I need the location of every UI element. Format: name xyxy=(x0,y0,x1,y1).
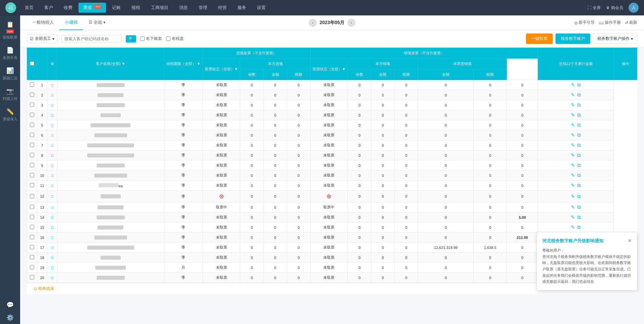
edit-icon[interactable]: ✎ xyxy=(571,163,575,168)
row-checkbox[interactable] xyxy=(30,92,34,97)
sidebar-item-ticket-entry[interactable]: ✏️ 票据录入 xyxy=(1,105,19,124)
row-detail-icon[interactable]: □ xyxy=(51,215,53,220)
th-in-fetch-status[interactable]: 取票状态（全部）▼ xyxy=(203,59,240,80)
nav-settings[interactable]: 设置 xyxy=(252,3,270,13)
row-checkbox[interactable] xyxy=(30,215,34,219)
sidebar-item-ticket-summary[interactable]: 📊 票据汇总 xyxy=(1,64,19,83)
row-detail-icon[interactable]: □ xyxy=(51,183,53,188)
one-click-ticket-btn[interactable]: 一键取票 xyxy=(526,34,553,44)
row-detail-icon[interactable]: □ xyxy=(51,245,53,250)
tax-policy-link[interactable]: ⊙ 税务政策 xyxy=(34,286,54,291)
copy-icon[interactable]: ⧉ xyxy=(577,173,581,178)
tax-digital-account-btn[interactable]: 税务数字账户 xyxy=(555,34,590,44)
nav-home[interactable]: 首页 xyxy=(20,3,38,13)
period-next-btn[interactable]: › xyxy=(347,19,355,27)
edit-icon[interactable]: ✎ xyxy=(571,92,575,98)
copy-icon[interactable]: ⧉ xyxy=(577,92,581,98)
row-detail-icon[interactable]: □ xyxy=(51,225,53,230)
nav-client[interactable]: 客户 xyxy=(40,3,58,13)
nav-manage[interactable]: 管理 xyxy=(194,3,212,13)
row-detail-icon[interactable]: □ xyxy=(51,133,53,138)
edit-icon[interactable]: ✎ xyxy=(571,183,575,188)
copy-icon[interactable]: ⧉ xyxy=(577,142,581,148)
row-checkbox[interactable] xyxy=(30,103,34,107)
row-detail-icon[interactable]: □ xyxy=(51,173,53,178)
row-detail-icon[interactable]: □ xyxy=(51,265,53,270)
sidebar-item-gear[interactable]: ⚙️ xyxy=(1,311,19,324)
row-checkbox[interactable] xyxy=(30,235,34,239)
th-client-name[interactable]: 客户名称(全部) ▼ xyxy=(57,48,164,80)
row-checkbox[interactable] xyxy=(30,113,34,117)
row-checkbox[interactable] xyxy=(30,275,34,279)
row-detail-icon[interactable]: □ xyxy=(51,143,53,148)
edit-icon[interactable]: ✎ xyxy=(571,112,575,118)
edit-icon[interactable]: ✎ xyxy=(571,224,575,230)
row-detail-icon[interactable]: □ xyxy=(51,113,53,118)
edit-icon[interactable]: ✎ xyxy=(571,82,575,87)
copy-icon[interactable]: ⧉ xyxy=(577,214,581,220)
sidebar-item-scan-upload[interactable]: 📷 扫描上传 xyxy=(1,85,19,104)
th-tax-period[interactable]: 纳税期限（全部） ▼ xyxy=(164,48,203,80)
nav-fee[interactable]: 收费 xyxy=(59,3,77,13)
copy-icon[interactable]: ⧉ xyxy=(577,224,581,230)
th-out-fetch-status[interactable]: 取票状态（全部）▼ xyxy=(310,59,348,80)
sidebar-item-invoice-open[interactable]: 📄 发票开具 xyxy=(1,44,19,63)
search-button[interactable]: 🔍 xyxy=(126,35,136,43)
copy-icon[interactable]: ⧉ xyxy=(577,194,581,199)
nav-tax[interactable]: 报税 xyxy=(127,3,145,13)
row-detail-icon[interactable]: □ xyxy=(51,93,53,98)
row-checkbox[interactable] xyxy=(30,123,34,127)
user-avatar[interactable]: 人 xyxy=(629,3,639,13)
edit-icon[interactable]: ✎ xyxy=(571,194,575,199)
edit-icon[interactable]: ✎ xyxy=(571,102,575,108)
tab-all[interactable]: ☰ 全能 ▾ xyxy=(83,15,111,30)
row-checkbox[interactable] xyxy=(30,205,34,209)
edit-icon[interactable]: ✎ xyxy=(571,214,575,220)
sidebar-item-chat[interactable]: 💬 xyxy=(1,299,19,311)
nav-business[interactable]: 工商项目 xyxy=(146,3,173,13)
copy-icon[interactable]: ⧉ xyxy=(577,82,581,87)
edit-icon[interactable]: ✎ xyxy=(571,132,575,138)
row-checkbox[interactable] xyxy=(30,225,34,229)
row-detail-icon[interactable]: □ xyxy=(51,255,53,260)
edit-icon[interactable]: ✎ xyxy=(571,122,575,128)
edit-icon[interactable]: ✎ xyxy=(571,142,575,148)
row-checkbox[interactable] xyxy=(30,153,34,157)
row-checkbox[interactable] xyxy=(30,265,34,269)
row-checkbox[interactable] xyxy=(30,194,34,198)
nav-ticket[interactable]: 票据 new xyxy=(78,3,106,13)
edit-icon[interactable]: ✎ xyxy=(571,173,575,178)
copy-icon[interactable]: ⧉ xyxy=(577,163,581,168)
has-tax-disk-checkbox[interactable]: 有税盘 xyxy=(166,36,184,42)
select-all-checkbox[interactable] xyxy=(30,61,34,66)
row-checkbox[interactable] xyxy=(30,82,34,87)
edit-icon[interactable]: ✎ xyxy=(571,204,575,210)
row-detail-icon[interactable]: □ xyxy=(51,205,53,210)
refresh-btn[interactable]: ↺ 刷新 xyxy=(625,20,637,25)
subordinate-accounts-checkbox[interactable]: 名下账套 xyxy=(140,36,162,42)
nav-message[interactable]: 消息 xyxy=(174,3,193,13)
period-prev-btn[interactable]: ‹ xyxy=(309,19,317,27)
tax-digital-account-ops-btn[interactable]: 税务数字账户操作 ▾ xyxy=(593,34,637,44)
row-detail-icon[interactable]: □ xyxy=(51,103,53,108)
fullscreen-btn[interactable]: ⛶ 全屏 xyxy=(587,5,601,11)
row-detail-icon[interactable]: □ xyxy=(51,153,53,158)
edit-icon[interactable]: ✎ xyxy=(571,152,575,158)
copy-icon[interactable]: ⧉ xyxy=(577,132,581,138)
row-checkbox[interactable] xyxy=(30,133,34,137)
copy-icon[interactable]: ⧉ xyxy=(577,112,581,118)
row-detail-icon[interactable]: □ xyxy=(51,83,53,87)
sidebar-item-smart-ticket[interactable]: 📋 new 智能取票 xyxy=(1,18,19,43)
tab-general-taxpayer[interactable]: 一般纳税人 xyxy=(27,15,59,30)
copy-icon[interactable]: ⧉ xyxy=(577,204,581,210)
nav-operation[interactable]: 经营 xyxy=(213,3,231,13)
row-detail-icon[interactable]: □ xyxy=(51,194,53,199)
row-checkbox[interactable] xyxy=(30,163,34,167)
copy-icon[interactable]: ⧉ xyxy=(577,183,581,188)
notification-close-btn[interactable]: ✕ xyxy=(628,238,632,245)
row-checkbox[interactable] xyxy=(30,143,34,147)
row-checkbox[interactable] xyxy=(30,245,34,249)
copy-icon[interactable]: ⧉ xyxy=(577,102,581,108)
tab-small-scale[interactable]: 小规模 xyxy=(59,15,83,30)
nav-accounting[interactable]: 记账 xyxy=(107,3,125,13)
